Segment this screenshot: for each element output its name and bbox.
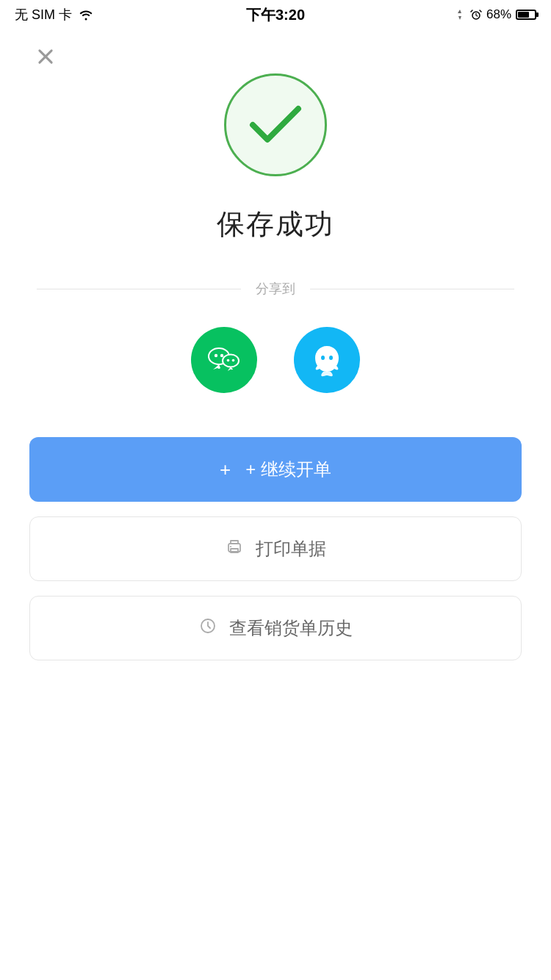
share-icons-container bbox=[191, 327, 360, 393]
main-content: 保存成功 分享到 bbox=[0, 29, 551, 660]
history-label: 查看销货单历史 bbox=[229, 616, 353, 640]
print-icon bbox=[225, 537, 244, 561]
divider-line-left bbox=[37, 289, 241, 289]
svg-point-3 bbox=[215, 354, 217, 357]
svg-point-2 bbox=[223, 355, 239, 367]
status-left: 无 SIM 卡 bbox=[15, 6, 94, 24]
battery-icon bbox=[516, 10, 536, 20]
svg-point-8 bbox=[329, 356, 333, 360]
qq-icon bbox=[309, 342, 345, 378]
svg-point-10 bbox=[230, 546, 231, 547]
svg-point-7 bbox=[321, 356, 325, 360]
share-label: 分享到 bbox=[241, 280, 310, 298]
status-time: 下午3:20 bbox=[246, 5, 305, 25]
alarm-icon bbox=[470, 9, 482, 21]
no-sim-label: 无 SIM 卡 bbox=[15, 6, 72, 24]
history-button[interactable]: 查看销货单历史 bbox=[29, 596, 522, 660]
qq-share-button[interactable] bbox=[294, 327, 360, 393]
wechat-share-button[interactable] bbox=[191, 327, 257, 393]
share-divider: 分享到 bbox=[0, 280, 551, 298]
status-right: 68% bbox=[454, 7, 536, 22]
wifi-icon bbox=[78, 9, 94, 21]
svg-point-4 bbox=[220, 354, 223, 357]
continue-order-button[interactable]: + + 继续开单 bbox=[29, 437, 522, 502]
success-circle bbox=[224, 73, 327, 176]
status-bar: 无 SIM 卡 下午3:20 68% bbox=[0, 0, 551, 29]
location-icon bbox=[454, 9, 466, 21]
checkmark-icon bbox=[248, 103, 303, 147]
close-button[interactable] bbox=[29, 40, 62, 73]
continue-icon: + bbox=[220, 458, 231, 481]
print-button[interactable]: 打印单据 bbox=[29, 516, 522, 581]
divider-line-right bbox=[310, 289, 514, 289]
success-title: 保存成功 bbox=[217, 206, 334, 243]
action-buttons: + + 继续开单 打印单据 查看销货单历史 bbox=[0, 437, 551, 660]
history-icon bbox=[198, 616, 217, 640]
print-label: 打印单据 bbox=[256, 537, 326, 561]
wechat-icon bbox=[206, 342, 242, 378]
svg-point-6 bbox=[232, 359, 235, 362]
continue-label: + 继续开单 bbox=[245, 458, 331, 481]
close-icon bbox=[36, 47, 55, 66]
battery-percent: 68% bbox=[486, 7, 511, 22]
svg-point-5 bbox=[227, 359, 230, 362]
